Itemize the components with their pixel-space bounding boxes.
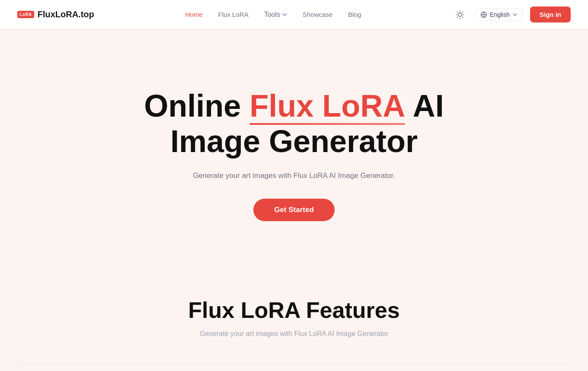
nav-item-tools[interactable]: Tools — [264, 11, 287, 19]
logo-badge: LoRA — [17, 11, 34, 18]
features-section: Flux LoRA Features Generate your art ima… — [0, 263, 588, 355]
svg-line-3 — [457, 12, 458, 12]
features-subtitle: Generate your art images with Flux LoRA … — [164, 330, 424, 338]
nav-link-blog[interactable]: Blog — [348, 11, 361, 18]
theme-toggle-button[interactable] — [452, 7, 468, 22]
svg-line-7 — [457, 17, 458, 17]
nav-item-blog[interactable]: Blog — [348, 11, 361, 19]
nav-links: Home Flux LoRA Tools Showcase Blog — [185, 11, 361, 19]
hero-subtitle: Generate your art images with Flux LoRA … — [193, 170, 395, 181]
logo[interactable]: LoRA FluxLoRA.top — [17, 10, 94, 19]
language-label: English — [490, 11, 510, 18]
svg-line-8 — [462, 12, 463, 12]
nav-item-home[interactable]: Home — [185, 11, 203, 19]
svg-line-4 — [462, 17, 463, 17]
nav-link-tools[interactable]: Tools — [264, 11, 287, 19]
hero-title: Online Flux LoRA AIImage Generator — [144, 88, 444, 160]
navbar-actions: English Sign in — [452, 6, 571, 22]
nav-link-flux-lora[interactable]: Flux LoRA — [218, 11, 249, 18]
hero-title-highlight: Flux LoRA — [249, 89, 405, 123]
logo-flux: FluxLoRA — [38, 10, 78, 19]
language-chevron-icon — [512, 12, 518, 17]
language-selector[interactable]: English — [475, 8, 523, 21]
section-divider — [17, 364, 571, 364]
logo-dot-top: .top — [78, 10, 94, 19]
nav-item-flux-lora[interactable]: Flux LoRA — [218, 11, 249, 19]
features-title: Flux LoRA Features — [17, 297, 571, 323]
hero-title-part1: Online — [144, 89, 249, 123]
globe-icon — [480, 11, 487, 18]
svg-point-0 — [458, 13, 462, 16]
navbar: LoRA FluxLoRA.top Home Flux LoRA Tools S… — [0, 0, 588, 29]
sun-icon — [456, 10, 464, 19]
get-started-button[interactable]: Get Started — [253, 199, 335, 221]
nav-item-showcase[interactable]: Showcase — [303, 11, 332, 19]
logo-text: FluxLoRA.top — [38, 10, 94, 19]
hero-section: Online Flux LoRA AIImage Generator Gener… — [0, 29, 588, 263]
nav-link-home[interactable]: Home — [185, 11, 203, 18]
chevron-down-icon — [282, 12, 287, 17]
sign-in-button[interactable]: Sign in — [530, 6, 571, 22]
nav-link-showcase[interactable]: Showcase — [303, 11, 332, 18]
